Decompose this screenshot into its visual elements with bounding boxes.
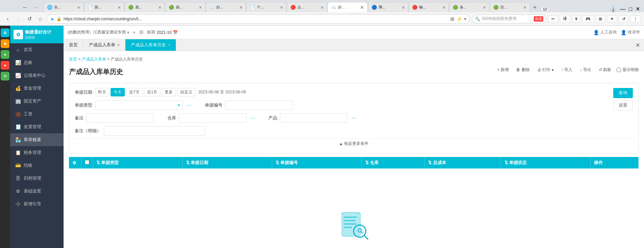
print-button[interactable]: 🖨 打印 ▾	[535, 66, 556, 74]
browser-tab-10[interactable]: 🔴 畅... ×	[408, 2, 449, 12]
table-header-type[interactable]: ⇅ 单据类型	[93, 157, 182, 168]
date-btn-custom[interactable]: 自定义	[177, 88, 195, 96]
browser-tab-3[interactable]: 🟢 易... ×	[124, 2, 165, 12]
company-selector[interactable]: (勿删勿禁用）江西服宝测试专用 ▾	[68, 29, 129, 35]
close-window-button[interactable]: ✕	[636, 6, 640, 12]
company-dropdown-icon[interactable]: ▾	[127, 30, 129, 35]
translate-tool[interactable]: 译	[560, 15, 570, 23]
breadcrumb-home-link[interactable]: 首页	[69, 57, 77, 62]
product-dots[interactable]: ···	[352, 115, 356, 121]
remark-filter-input[interactable]	[86, 113, 154, 123]
tab-history-close[interactable]: ×	[168, 43, 170, 47]
warehouse-filter-select[interactable]	[179, 113, 246, 123]
table-header-gear[interactable]: ⚙	[69, 157, 81, 168]
app-icon-green[interactable]: ●	[1, 50, 9, 59]
app-icon-mail[interactable]: ✉	[1, 72, 9, 81]
select-all-checkbox[interactable]	[85, 160, 89, 164]
tab-close-12[interactable]: ×	[524, 5, 526, 10]
app-icon-star[interactable]: ★	[1, 39, 9, 48]
address-dropdown-icon[interactable]: ▾	[464, 17, 466, 21]
browser-tab-1[interactable]: 🌐 在... ×	[43, 2, 84, 12]
tab-close-9[interactable]: ×	[402, 5, 405, 10]
sun-tool[interactable]: ☀	[607, 16, 617, 22]
browser-tab-9[interactable]: 🔵 腾... ×	[368, 2, 408, 12]
address-bar[interactable]: ➤ 🔒 https://cloud.chanjet.com/accounting…	[47, 14, 470, 24]
scissors-tool[interactable]: ✂	[548, 16, 558, 22]
game-tool[interactable]: 🎮	[582, 16, 594, 22]
delete-button[interactable]: 🗑 删除	[514, 66, 531, 74]
consultant-button[interactable]: 👤 人工咨询	[593, 29, 617, 35]
tab-close-6[interactable]: ×	[280, 5, 283, 10]
sidebar-item-inventory[interactable]: 🏪 库存核算	[10, 133, 64, 146]
filter-settings-button[interactable]: 设置	[613, 100, 633, 110]
more-tool[interactable]: ⋮	[630, 16, 641, 22]
settings-icon[interactable]: ⚙	[139, 29, 144, 36]
date-btn-7days[interactable]: 近7天	[126, 88, 143, 96]
query-button[interactable]: 查询	[613, 88, 633, 98]
yuan-tool[interactable]: ¥	[572, 16, 580, 22]
tab-close-8[interactable]: ✕	[360, 5, 364, 10]
back-nav-button[interactable]: ‹	[3, 15, 12, 23]
undo-tool[interactable]: ↺	[619, 16, 628, 22]
new-tab-button[interactable]: +	[530, 3, 540, 12]
tab-list-close[interactable]: ×	[117, 43, 120, 47]
tab-close-1[interactable]: ×	[77, 5, 80, 10]
warehouse-dots[interactable]: ···	[251, 115, 255, 121]
export-button[interactable]: ↓ 导出	[578, 66, 593, 74]
add-company-button[interactable]: +	[133, 29, 136, 36]
tab-close-3[interactable]: ×	[159, 5, 161, 10]
table-header-checkbox[interactable]	[81, 157, 93, 168]
date-btn-yesterday[interactable]: 昨天	[95, 88, 109, 96]
app-icon-chanjet[interactable]: ✿	[1, 28, 9, 37]
sidebar-item-newbill[interactable]: ➕ 新增引导	[10, 198, 64, 210]
tab-close-10[interactable]: ×	[443, 5, 445, 10]
forward-nav-button[interactable]: ›	[14, 15, 23, 23]
panel-close-button[interactable]: ✕	[631, 42, 644, 48]
date-btn-1month[interactable]: 近1月	[144, 88, 161, 96]
sidebar-item-salary[interactable]: 💼 工资	[10, 108, 64, 120]
browser-tab-11[interactable]: 🟢 各... ×	[449, 2, 490, 12]
remark-detail-filter-input[interactable]	[104, 126, 205, 136]
product-filter-select[interactable]	[280, 113, 348, 123]
grid-tool[interactable]: ⊞	[596, 16, 605, 22]
refresh-button[interactable]: ↺ 刷新	[597, 66, 613, 74]
reload-button[interactable]: ↺	[25, 15, 34, 23]
browser-tab-7[interactable]: 🔴 企... ×	[287, 2, 327, 12]
sidebar-item-assets[interactable]: 🏢 固定资产	[10, 95, 64, 108]
table-header-number[interactable]: ⇅ 单据编号	[272, 157, 361, 168]
app-icon-red[interactable]: ●	[1, 61, 9, 70]
type-dots[interactable]: ···	[187, 102, 191, 108]
sidebar-item-archive[interactable]: 🗄 归档管理	[10, 172, 64, 185]
tab-close-4[interactable]: ×	[199, 5, 202, 10]
import-button[interactable]: ↑ 导入	[559, 66, 574, 74]
date-btn-today[interactable]: 今天	[111, 88, 125, 96]
table-header-status[interactable]: ⇅ 单据状态	[501, 157, 590, 168]
sidebar-item-tax[interactable]: 📋 税务管理	[10, 146, 64, 159]
print-dropdown-icon[interactable]: ▾	[552, 68, 554, 72]
number-filter-input[interactable]	[225, 100, 293, 110]
table-header-date[interactable]: ⇅ 单据日期	[182, 157, 272, 168]
type-filter-select[interactable]: ▾	[95, 100, 183, 110]
table-header-cost[interactable]: ⇅ 总成本	[425, 157, 501, 168]
date-btn-more[interactable]: 更多	[162, 88, 176, 96]
browser-tab-6[interactable]: 📄 个... ×	[246, 2, 287, 12]
back-button[interactable]: ←	[20, 3, 30, 12]
sidebar-item-ledger[interactable]: 📊 总账	[10, 56, 64, 69]
minimize-button[interactable]: —	[620, 6, 625, 12]
sidebar-item-home[interactable]: ⌂ 首页	[10, 43, 64, 56]
add-button[interactable]: + 新增	[495, 66, 511, 74]
user-profile-button[interactable]: 👤 徐泽华	[621, 29, 640, 35]
tab-close-5[interactable]: ×	[240, 5, 242, 10]
forward-button[interactable]: →	[31, 3, 41, 12]
maximize-button[interactable]: □	[629, 6, 632, 12]
sidebar-item-report[interactable]: 📈 云报表中心	[10, 69, 64, 82]
sidebar-item-invoice[interactable]: 🧾 发票管理	[10, 120, 64, 133]
breadcrumb-list-link[interactable]: 产成品入库单	[82, 57, 106, 62]
content-tab-home[interactable]: 首页	[64, 39, 84, 51]
collapse-filter-button[interactable]: ▲ 收起更多条件	[75, 138, 633, 149]
browser-tab-5[interactable]: ☁️ 好... ×	[206, 2, 246, 12]
content-tab-history[interactable]: 产成品入库单历史 ×	[125, 39, 176, 51]
tab-close-11[interactable]: ×	[483, 5, 486, 10]
home-nav-button[interactable]: ⌂	[36, 15, 45, 23]
sidebar-item-finance[interactable]: 💰 资金管理	[10, 82, 64, 95]
